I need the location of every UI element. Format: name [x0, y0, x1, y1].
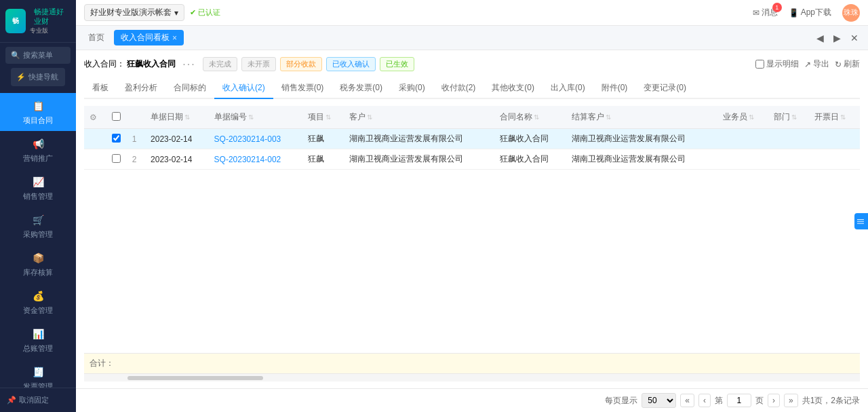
first-page-button[interactable]: «: [680, 394, 694, 407]
invoice-icon: 🧾: [31, 364, 45, 379]
subtab-payment[interactable]: 收付款(2): [433, 78, 484, 99]
sidebar-item-general[interactable]: 📊 总账管理: [0, 321, 76, 359]
tab-next-button[interactable]: ▶: [831, 31, 844, 45]
last-page-button[interactable]: »: [784, 394, 798, 407]
th-department[interactable]: 部门: [768, 106, 809, 129]
row-checkbox-1[interactable]: [112, 134, 121, 143]
doc-link-1[interactable]: SQ-20230214-003: [214, 134, 281, 144]
subtab-profit[interactable]: 盈利分析: [117, 78, 165, 99]
th-contract-name[interactable]: 合同名称: [494, 106, 566, 129]
refresh-button[interactable]: ↻ 刷新: [835, 58, 860, 70]
subtab-warehouse[interactable]: 出入库(0): [542, 78, 593, 99]
inventory-icon: 📦: [31, 250, 45, 265]
next-page-button[interactable]: ›: [768, 394, 780, 407]
page-unit: 页: [755, 395, 764, 407]
subtab-changes[interactable]: 变更记录(0): [635, 78, 694, 99]
td-salesperson-2: [717, 149, 768, 170]
company-selector[interactable]: 好业财专业版演示帐套 ▾: [84, 4, 184, 21]
th-salesperson[interactable]: 业务员: [717, 106, 768, 129]
th-checkbox: [106, 106, 127, 129]
td-closing-1: 湖南卫视商业运营发展有限公司: [566, 129, 717, 149]
total-pages-info: 共1页，2条记录: [802, 395, 860, 407]
subtab-other[interactable]: 其他收支(0): [484, 78, 542, 99]
sort-date[interactable]: 单据日期: [151, 111, 203, 123]
more-options-button[interactable]: ···: [182, 58, 195, 71]
sort-open-date[interactable]: 开票日: [814, 111, 854, 123]
subtab-board[interactable]: 看板: [84, 78, 117, 99]
table-row[interactable]: 1 2023-02-14 SQ-20230214-003 狂飙 湖南卫视商业运营…: [84, 129, 860, 149]
data-table: ⚙ 单据日期 单据编号: [84, 106, 860, 170]
export-icon: ↗: [804, 60, 811, 69]
td-contract-1: 狂飙收入合同: [494, 129, 566, 149]
show-detail-checkbox[interactable]: [755, 60, 764, 69]
settings-icon[interactable]: ⚙: [90, 113, 97, 122]
subtab-tax-invoice[interactable]: 税务发票(0): [332, 78, 391, 99]
sidebar-item-invoice[interactable]: 🧾 发票管理: [0, 359, 76, 388]
company-name: 好业财专业版演示帐套: [90, 7, 172, 18]
sidebar-item-funds[interactable]: 💰 资金管理: [0, 283, 76, 321]
sort-contract-name[interactable]: 合同名称: [500, 111, 561, 123]
sort-salesperson[interactable]: 业务员: [723, 111, 763, 123]
export-button[interactable]: ↗ 导出: [804, 58, 829, 70]
sort-number[interactable]: 单据编号: [214, 111, 298, 123]
logo-text: 畅捷通好业财: [34, 7, 71, 26]
sidebar-item-sales[interactable]: 📈 销售管理: [0, 169, 76, 207]
quick-nav-button[interactable]: ⚡ 快捷导航: [11, 68, 65, 86]
messages-button[interactable]: ✉ 消息 1: [753, 7, 778, 18]
status-tag-partial[interactable]: 部分收款: [280, 57, 322, 71]
show-detail-toggle[interactable]: 显示明细: [755, 58, 799, 70]
scroll-thumb[interactable]: [127, 376, 263, 380]
contract-header: 收入合同： 狂飙收入合同 ··· 未完成 未开票 部分收款 已收入确认 已生效 …: [84, 57, 860, 71]
quick-nav-area: ⚡ 快捷导航: [0, 65, 76, 93]
subtab-sales-invoice[interactable]: 销售发票(0): [273, 78, 332, 99]
tab-contract-board[interactable]: 收入合同看板 ×: [114, 30, 184, 45]
subtab-purchase[interactable]: 采购(0): [391, 78, 433, 99]
sidebar-item-inventory[interactable]: 📦 库存核算: [0, 245, 76, 283]
contract-prefix: 收入合同：: [84, 59, 125, 69]
tab-close-all-button[interactable]: ✕: [848, 31, 861, 45]
sort-closing-customer[interactable]: 结算客户: [572, 111, 711, 123]
th-number[interactable]: 单据编号: [209, 106, 303, 129]
contract-actions: 显示明细 ↗ 导出 ↻ 刷新: [755, 58, 860, 70]
status-tag-confirmed[interactable]: 已收入确认: [326, 57, 376, 71]
td-opendate-2: [809, 149, 860, 170]
th-closing-customer[interactable]: 结算客户: [566, 106, 717, 129]
pin-button[interactable]: 📌 取消固定: [4, 392, 72, 408]
table-row[interactable]: 2 2023-02-14 SQ-20230214-002 狂飙 湖南卫视商业运营…: [84, 149, 860, 170]
status-tag-effective[interactable]: 已生效: [380, 57, 414, 71]
sort-department[interactable]: 部门: [774, 111, 804, 123]
prev-page-button[interactable]: ‹: [698, 394, 711, 407]
subtab-target[interactable]: 合同标的: [165, 78, 214, 99]
status-tag-uninvoiced[interactable]: 未开票: [241, 57, 276, 71]
sort-customer[interactable]: 客户: [349, 111, 489, 123]
per-page-select[interactable]: 20 50 100 200: [642, 393, 676, 408]
status-tag-incomplete[interactable]: 未完成: [203, 57, 237, 71]
th-date[interactable]: 单据日期: [145, 106, 209, 129]
tabbar-nav-buttons: ◀ ▶ ✕: [814, 31, 861, 45]
td-department-2: [768, 149, 809, 170]
tab-prev-button[interactable]: ◀: [814, 31, 827, 45]
td-number-2: SQ-20230214-002: [209, 149, 303, 170]
select-all-checkbox[interactable]: [112, 112, 121, 121]
sort-project[interactable]: 项目: [308, 111, 338, 123]
search-menu-button[interactable]: 🔍 搜索菜单: [5, 47, 71, 64]
subtab-attachments[interactable]: 附件(0): [593, 78, 636, 99]
tab-close-icon[interactable]: ×: [172, 33, 177, 43]
sidebar-item-marketing[interactable]: 📢 营销推广: [0, 131, 76, 169]
subtab-income[interactable]: 收入确认(2): [214, 78, 273, 99]
doc-link-2[interactable]: SQ-20230214-002: [214, 155, 281, 164]
sales-icon: 📈: [31, 174, 45, 189]
page-number-input[interactable]: [727, 394, 751, 407]
th-customer[interactable]: 客户: [344, 106, 494, 129]
user-avatar[interactable]: 珠珠: [842, 4, 860, 22]
sidebar-item-purchase[interactable]: 🛒 采购管理: [0, 207, 76, 245]
th-project[interactable]: 项目: [302, 106, 343, 129]
app-download-button[interactable]: 📱 App下载: [789, 7, 831, 18]
sidebar-item-project[interactable]: 📋 项目合同: [0, 93, 76, 131]
th-settings: ⚙: [84, 106, 106, 129]
row-checkbox-2[interactable]: [112, 154, 121, 163]
th-open-date[interactable]: 开票日: [809, 106, 860, 129]
td-project-2: 狂飙: [302, 149, 343, 170]
right-panel-toggle[interactable]: |||: [854, 213, 868, 230]
tab-home[interactable]: 首页: [83, 30, 110, 45]
